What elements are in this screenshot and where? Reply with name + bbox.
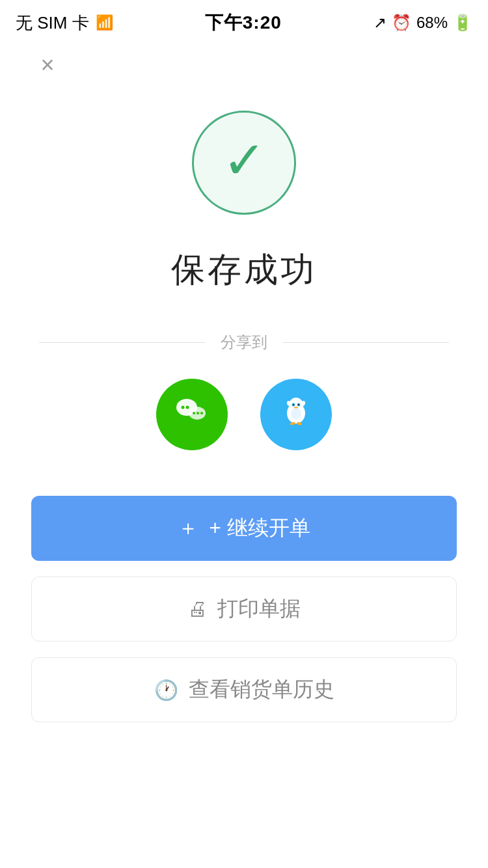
qq-share-button[interactable] [260, 379, 332, 450]
svg-point-11 [293, 404, 294, 405]
alarm-icon: ⏰ [392, 14, 411, 32]
svg-point-2 [186, 406, 189, 409]
svg-point-1 [182, 406, 185, 409]
print-label: 打印单据 [217, 595, 301, 623]
close-icon: × [40, 51, 54, 79]
svg-point-5 [197, 412, 199, 414]
sim-status: 无 SIM 卡 [16, 12, 89, 34]
wechat-icon [174, 393, 210, 436]
printer-icon: 🖨 [187, 598, 207, 620]
close-button[interactable]: × [31, 49, 64, 81]
status-bar: 无 SIM 卡 📶 下午3:20 ↗ ⏰ 68% 🔋 [0, 0, 488, 39]
divider-left [39, 342, 205, 343]
share-icons-container [156, 379, 332, 450]
success-circle: ✓ [192, 111, 296, 215]
continue-button[interactable]: ＋ + 继续开单 [31, 496, 457, 561]
svg-point-14 [291, 408, 301, 420]
svg-point-12 [298, 404, 299, 405]
success-title: 保存成功 [171, 247, 317, 293]
qq-icon [278, 392, 314, 437]
history-icon: 🕐 [154, 679, 178, 701]
checkmark-icon: ✓ [223, 135, 266, 187]
svg-point-6 [200, 412, 203, 414]
action-buttons: ＋ + 继续开单 🖨 打印单据 🕐 查看销货单历史 [0, 496, 488, 722]
divider-right [283, 342, 449, 343]
status-left: 无 SIM 卡 📶 [16, 12, 113, 34]
share-divider: 分享到 [0, 332, 488, 353]
share-label: 分享到 [205, 332, 283, 353]
status-time: 下午3:20 [205, 10, 282, 35]
wifi-icon: 📶 [96, 14, 113, 31]
history-label: 查看销货单历史 [189, 675, 334, 704]
plus-icon: ＋ [178, 514, 198, 543]
svg-point-4 [193, 412, 195, 414]
wechat-share-button[interactable] [156, 379, 228, 450]
battery-icon: 🔋 [453, 14, 472, 32]
print-button[interactable]: 🖨 打印单据 [31, 576, 457, 642]
battery-percentage: 68% [416, 14, 448, 32]
status-right: ↗ ⏰ 68% 🔋 [373, 14, 472, 32]
continue-label: + 继续开单 [209, 514, 310, 543]
main-content: ✓ 保存成功 分享到 [0, 39, 488, 722]
history-button[interactable]: 🕐 查看销货单历史 [31, 657, 457, 722]
location-icon: ↗ [373, 14, 386, 32]
